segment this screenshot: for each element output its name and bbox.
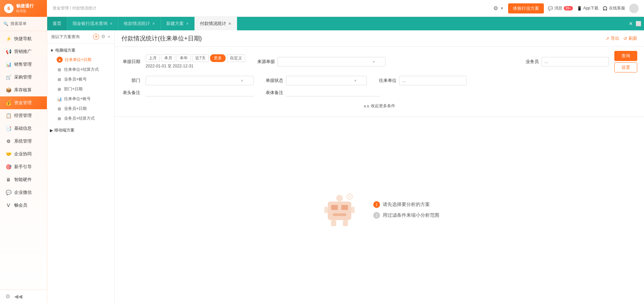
scheme-panel: 按以下方案查询 + ⚙ « ▼ 电脑端方案 ● 往来单位+日期 ⊞ [47,30,115,303]
quick-nav-icon: ⚡ [5,36,11,42]
sidebar-item-system[interactable]: ⚙ 系统管理 [0,135,47,148]
date-range-display: 2022-01-01 至 2022-12-31 [146,63,245,69]
mobile-group-arrow: ▶ [50,128,53,133]
doc-status-select[interactable]: ▼ [286,76,367,85]
scheme-item-staff-date[interactable]: ⊞ 业务员+日期 [47,104,114,114]
marketing-icon: 📢 [5,49,11,55]
date-btn-custom[interactable]: 自定义 [227,54,245,62]
sidebar-item-wechat[interactable]: 💬 企业微信 [0,186,47,199]
scheme-item-dept-date[interactable]: ⊞ 部门+日期 [47,84,114,94]
app-subtitle: 标准版 [16,9,34,13]
topbar-settings-icon[interactable]: ⚙ [493,5,498,11]
add-scheme-icon[interactable]: + [93,34,99,40]
export-icon: ↗ [606,36,609,41]
source-select[interactable]: ▼ [277,57,385,66]
filter-row-2: 部门 ▼ 单据状态 ▼ 往来单位 [121,76,637,85]
sidebar-item-quick-nav[interactable]: ⚡ 快捷导航 [0,32,47,45]
scheme-table-icon: ⊞ [57,67,62,72]
settings-footer-icon[interactable]: ⚙ [5,293,10,300]
search-menu-label: 搜索菜单 [10,21,27,27]
guide-icon: 🎯 [5,164,11,170]
message-badge: 99+ [564,6,573,10]
app-download-btn[interactable]: 📱 App下载 [577,5,598,11]
tab-maximize-icon[interactable]: ⬜ [636,21,641,26]
partner-select[interactable]: ... [399,76,467,85]
online-service-btn[interactable]: 🎧 在线客服 [603,5,625,11]
scheme-panel-icons: + ⚙ « [93,34,110,40]
sidebar-item-operation[interactable]: 📋 经营管理 [0,109,47,122]
sidebar-item-basic[interactable]: 📑 基础信息 [0,122,47,135]
collapse-icon: ∧∧ [363,104,370,109]
collapse-button[interactable]: ∧∧ 收起更多条件 [121,101,637,111]
tab-payment[interactable]: 付款情况统计 ✕ [195,17,237,30]
inventory-icon: 📦 [5,87,11,93]
collapse-sidebar-icon[interactable]: ◀◀ [14,293,22,300]
tab-new-plan[interactable]: 新建方案 ✕ [161,17,195,30]
message-btn[interactable]: 💬 消息 99+ [548,5,573,11]
tab-collection[interactable]: 收款情况统计 ✕ [118,17,161,30]
tab-close-all-icon[interactable]: ✕ [629,21,633,26]
service-icon: 🎧 [603,6,608,11]
sidebar-item-collab[interactable]: 🤝 企业协同 [0,148,47,160]
scheme-item-staff-settle[interactable]: ⊞ 业务员+结算方式 [47,114,114,123]
head-note-input[interactable] [146,89,254,96]
mobile-group[interactable]: ▶ 移动端方案 [47,126,114,134]
dept-select[interactable]: ▼ [146,76,254,85]
main-area: 资金管理 / 付款情况统计 ⚙ ▼ 体验行业方案 💬 消息 99+ 📱 App下… [47,0,644,303]
body-note-input[interactable] [286,89,380,96]
tab-collection-close[interactable]: ✕ [152,22,155,26]
scheme-label: 业务员+账号 [64,77,87,82]
topbar: 资金管理 / 付款情况统计 ⚙ ▼ 体验行业方案 💬 消息 99+ 📱 App下… [47,0,644,17]
scheme-item-unit-account[interactable]: 📊 往来单位+账号 [47,94,114,104]
tab-new-plan-close[interactable]: ✕ [186,22,189,26]
tab-payment-close[interactable]: ✕ [228,22,231,26]
sidebar-item-label: 快捷导航 [14,36,32,42]
sidebar-item-label: 资金管理 [14,100,32,106]
app-download-icon: 📱 [577,6,582,11]
staff-select[interactable]: ... [541,57,609,66]
scheme-item-unit-settle[interactable]: ⊞ 往来单位+结算方式 [47,65,114,74]
tab-bank[interactable]: 现金银行流水查询 ✕ [67,17,118,30]
sidebar-item-sales[interactable]: 📊 销售管理 [0,58,47,71]
sidebar-item-label: 销售管理 [14,61,32,67]
date-btn-this-year[interactable]: 本年 [177,54,191,62]
sidebar-item-label: 企业微信 [14,189,32,195]
scheme-collapse-icon[interactable]: « [108,34,110,40]
industry-btn[interactable]: 体验行业方案 [508,3,544,13]
staff-placeholder: ... [545,59,548,64]
sidebar-item-finance[interactable]: 💰 资金管理 [0,96,47,109]
refresh-button[interactable]: ↺ 刷新 [623,35,637,41]
scheme-item-unit-date[interactable]: ● 往来单位+日期 [47,55,114,65]
sidebar-item-inventory[interactable]: 📦 库存核算 [0,84,47,96]
date-btn-7days[interactable]: 近7天 [192,54,209,62]
desktop-group-title[interactable]: ▼ 电脑端方案 [47,46,114,55]
tab-new-plan-label: 新建方案 [166,21,184,27]
empty-step-1: 1 请先选择要分析的方案 [373,201,439,208]
scheme-settings-icon[interactable]: ⚙ [101,34,106,40]
app-download-label: App下载 [583,5,598,11]
sidebar-item-label: 基础信息 [14,125,32,131]
export-button[interactable]: ↗ 导出 [606,35,619,41]
sidebar-item-marketing[interactable]: 📢 营销推广 [0,45,47,58]
svg-rect-3 [333,213,346,216]
source-filter: 来源单据 ▼ [256,57,515,66]
query-button[interactable]: 查询 [614,51,637,61]
sidebar-item-purchase[interactable]: 🛒 采购管理 [0,71,47,84]
step-2-text: 用过滤条件来缩小分析范围 [383,212,439,218]
page-content: 按以下方案查询 + ⚙ « ▼ 电脑端方案 ● 往来单位+日期 ⊞ [47,30,644,303]
tab-bank-close[interactable]: ✕ [110,22,113,26]
date-btn-this-month[interactable]: 本月 [161,54,175,62]
date-btn-more[interactable]: 更多 [210,54,226,62]
topbar-dropdown-icon[interactable]: ▼ [500,6,504,11]
search-menu-button[interactable]: 🔍 搜索菜单 [3,20,43,28]
sidebar-item-guide[interactable]: 🎯 新手引导 [0,160,47,173]
settings-button[interactable]: 设置 [614,62,637,72]
sidebar-item-member[interactable]: V 畅会员 [0,199,47,212]
sidebar-item-hardware[interactable]: 🖥 智能硬件 [0,173,47,186]
avatar[interactable] [629,4,639,13]
svg-rect-7 [343,220,348,226]
date-btn-last-month[interactable]: 上月 [146,54,160,62]
scheme-item-staff-account[interactable]: ⊞ 业务员+账号 [47,74,114,84]
tab-home[interactable]: 首页 [47,17,67,30]
sidebar-item-label: 库存核算 [14,87,32,93]
